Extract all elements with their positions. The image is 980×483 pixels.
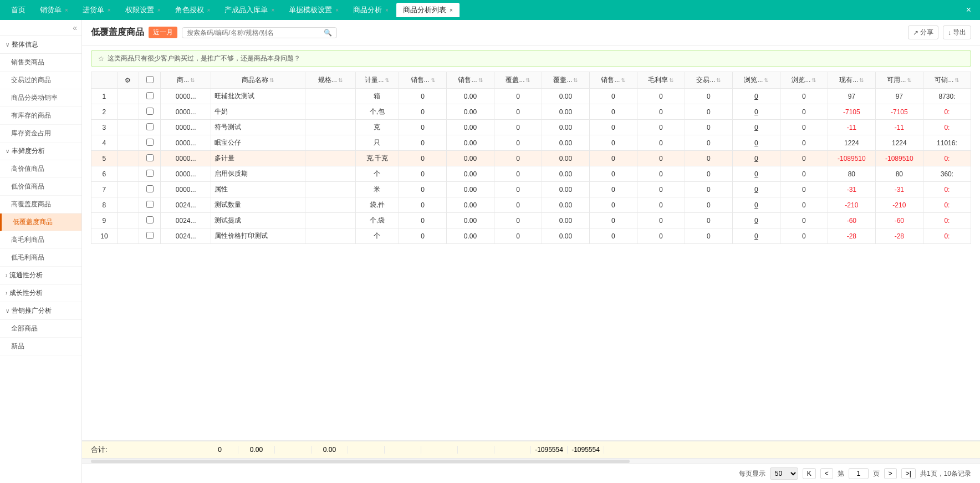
row-checkbox[interactable] — [146, 232, 154, 239]
search-icon[interactable]: 🔍 — [324, 29, 332, 37]
col-header-trade[interactable]: 交易...⇅ — [685, 72, 732, 89]
cell-check[interactable] — [139, 166, 160, 182]
sidebar-section-general[interactable]: ∨ 整体信息 — [0, 36, 81, 54]
browse-link[interactable]: 0 — [754, 139, 758, 147]
cell-check[interactable] — [139, 228, 160, 244]
select-all-checkbox[interactable] — [146, 76, 154, 83]
cell-check[interactable] — [139, 89, 160, 104]
close-icon[interactable]: × — [157, 7, 161, 13]
col-header-browse1[interactable]: 浏览...⇅ — [732, 72, 780, 89]
col-header-gross[interactable]: 毛利率⇅ — [637, 72, 685, 89]
col-header-code[interactable]: 商...⇅ — [161, 72, 211, 89]
close-icon[interactable]: × — [450, 7, 453, 13]
sidebar-item-low-value[interactable]: 低价值商品 — [0, 178, 81, 196]
row-checkbox[interactable] — [146, 154, 154, 161]
search-input[interactable] — [187, 29, 321, 37]
sidebar-item-low-profit[interactable]: 低毛利商品 — [0, 249, 81, 267]
window-close-button[interactable]: × — [962, 5, 976, 15]
nav-tab-purchase[interactable]: 进货单 × — [76, 3, 118, 17]
nav-tab-product-stock[interactable]: 产成品入库单 × — [218, 3, 281, 17]
row-checkbox[interactable] — [146, 201, 154, 208]
cell-browse1[interactable]: 0 — [732, 228, 780, 244]
cell-browse1[interactable]: 0 — [732, 151, 780, 166]
nav-tab-permission[interactable]: 权限设置 × — [119, 3, 167, 17]
cell-browse1[interactable]: 0 — [732, 213, 780, 228]
col-header-cov2[interactable]: 覆盖...⇅ — [542, 72, 589, 89]
share-button[interactable]: ↗ 分享 — [908, 26, 938, 39]
prev-page-button[interactable]: < — [820, 468, 833, 479]
sidebar-section-growth[interactable]: › 成长性分析 — [0, 284, 81, 302]
cell-check[interactable] — [139, 197, 160, 213]
sidebar-item-low-coverage[interactable]: 低覆盖度商品 — [0, 213, 81, 231]
close-icon[interactable]: × — [65, 7, 68, 13]
cell-browse1[interactable]: 0 — [732, 166, 780, 182]
browse-link[interactable]: 0 — [754, 232, 758, 240]
row-checkbox[interactable] — [146, 108, 154, 115]
close-icon[interactable]: × — [271, 7, 274, 13]
col-header-cov1[interactable]: 覆盖...⇅ — [494, 72, 542, 89]
browse-link[interactable]: 0 — [754, 155, 758, 162]
col-header-name[interactable]: 商品名称⇅ — [211, 72, 305, 89]
close-icon[interactable]: × — [207, 7, 211, 13]
page-size-select[interactable]: 50 20 100 — [770, 467, 798, 480]
cell-browse1[interactable]: 0 — [732, 89, 780, 104]
col-header-available[interactable]: 可用...⇅ — [875, 72, 923, 89]
sidebar-item-sales-goods[interactable]: 销售类商品 — [0, 54, 81, 72]
next-page-button[interactable]: > — [884, 468, 897, 479]
sidebar-item-traded-goods[interactable]: 交易过的商品 — [0, 72, 81, 89]
nav-tab-product-analysis-list[interactable]: 商品分析列表 × — [396, 3, 460, 17]
nav-home[interactable]: 首页 — [4, 3, 32, 17]
sidebar-item-high-profit[interactable]: 高毛利商品 — [0, 231, 81, 249]
sidebar-section-abundance[interactable]: ∨ 丰鲜度分析 — [0, 143, 81, 160]
sidebar-section-promotion[interactable]: ∨ 营销推广分析 — [0, 302, 81, 320]
cell-browse1[interactable]: 0 — [732, 182, 780, 197]
row-checkbox[interactable] — [146, 139, 154, 146]
col-header-current[interactable]: 现有...⇅ — [828, 72, 875, 89]
browse-link[interactable]: 0 — [754, 93, 758, 100]
export-button[interactable]: ↓ 导出 — [943, 26, 971, 39]
browse-link[interactable]: 0 — [754, 186, 758, 194]
col-header-browse2[interactable]: 浏览...⇅ — [780, 72, 828, 89]
sidebar-collapse-button[interactable]: « — [0, 20, 81, 36]
row-checkbox[interactable] — [146, 123, 154, 130]
period-button[interactable]: 近一月 — [149, 27, 177, 38]
nav-tab-template[interactable]: 单据模板设置 × — [282, 3, 345, 17]
nav-tab-role[interactable]: 角色授权 × — [169, 3, 217, 17]
last-page-button[interactable]: >| — [901, 468, 916, 479]
sidebar-item-category-rate[interactable]: 商品分类动销率 — [0, 89, 81, 107]
col-header-sales-amt[interactable]: 销售...⇅ — [447, 72, 494, 89]
cell-check[interactable] — [139, 213, 160, 228]
browse-link[interactable]: 0 — [754, 217, 758, 225]
cell-browse1[interactable]: 0 — [732, 135, 780, 151]
browse-link[interactable]: 0 — [754, 108, 758, 116]
sidebar-item-high-value[interactable]: 高价值商品 — [0, 160, 81, 178]
sidebar-item-high-coverage[interactable]: 高覆盖度商品 — [0, 196, 81, 213]
cell-browse1[interactable]: 0 — [732, 120, 780, 135]
first-page-button[interactable]: K — [803, 468, 816, 479]
row-checkbox[interactable] — [146, 185, 154, 192]
sidebar-item-new-goods[interactable]: 新品 — [0, 338, 81, 355]
col-header-unit[interactable]: 计量...⇅ — [355, 72, 399, 89]
cell-check[interactable] — [139, 151, 160, 166]
sidebar-section-flow[interactable]: › 流通性分析 — [0, 267, 81, 284]
row-checkbox[interactable] — [146, 216, 154, 223]
nav-tab-sales[interactable]: 销货单 × — [33, 3, 75, 17]
col-header-sales-qty[interactable]: 销售...⇅ — [399, 72, 447, 89]
sidebar-item-stock-capital[interactable]: 库存资金占用 — [0, 125, 81, 143]
row-checkbox[interactable] — [146, 92, 154, 99]
close-icon[interactable]: × — [108, 7, 111, 13]
cell-check[interactable] — [139, 182, 160, 197]
cell-check[interactable] — [139, 135, 160, 151]
browse-link[interactable]: 0 — [754, 201, 758, 209]
col-header-sales3[interactable]: 销售...⇅ — [589, 72, 637, 89]
row-checkbox[interactable] — [146, 170, 154, 177]
sidebar-item-all-goods[interactable]: 全部商品 — [0, 320, 81, 338]
cell-browse1[interactable]: 0 — [732, 197, 780, 213]
col-header-spec[interactable]: 规格...⇅ — [305, 72, 355, 89]
cell-check[interactable] — [139, 120, 160, 135]
cell-browse1[interactable]: 0 — [732, 104, 780, 120]
col-header-check[interactable] — [139, 72, 160, 89]
col-header-sellable[interactable]: 可销...⇅ — [923, 72, 971, 89]
close-icon[interactable]: × — [335, 7, 339, 13]
browse-link[interactable]: 0 — [754, 124, 758, 131]
